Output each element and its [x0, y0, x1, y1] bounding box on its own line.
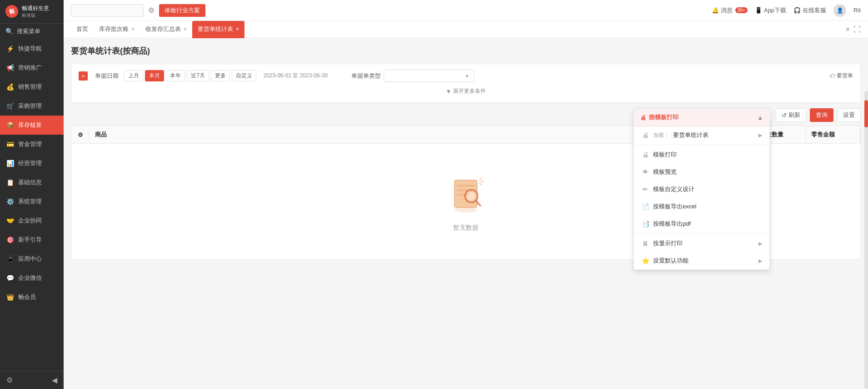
- topbar-gear-icon[interactable]: ⚙: [148, 6, 155, 15]
- query-btn[interactable]: 查询: [810, 108, 833, 122]
- tabs-bar: 首页库存批次账×收发存汇总表×要货单统计表× × ⛶: [64, 21, 868, 38]
- logo-icon: 畅: [5, 5, 18, 18]
- sidebar-item-purchase[interactable]: 🛒采购管理: [0, 96, 64, 116]
- sidebar-item-guide[interactable]: 🎯新手引导: [0, 230, 64, 249]
- filter-select-area: 单据单类型 ▼: [351, 70, 474, 82]
- tab-close-all-icon[interactable]: ×: [846, 25, 850, 34]
- expand-more-btn[interactable]: ▼ 展开更多条件: [441, 86, 490, 97]
- col-settings[interactable]: ⚙: [71, 127, 90, 143]
- date-btn-自定义[interactable]: 自定义: [232, 70, 256, 81]
- svg-line-9: [479, 178, 482, 180]
- dropdown-item-set-default[interactable]: ⭐ 设置默认功能 ▶: [634, 252, 769, 269]
- collapse-icon[interactable]: ◀: [52, 376, 57, 384]
- sidebar-item-coop[interactable]: 🤝企业协同: [0, 211, 64, 230]
- nav-label: 采购管理: [18, 102, 42, 110]
- nav-label: 企业协同: [18, 217, 42, 225]
- refresh-btn[interactable]: ↺ 刷新: [776, 108, 806, 122]
- dropdown-chevron-up[interactable]: ▲: [757, 114, 763, 121]
- dropdown-item-template-pdf[interactable]: 📑 按模板导出pdf: [634, 215, 769, 232]
- tab-close-icon[interactable]: ×: [184, 26, 187, 32]
- nav-label: 资金管理: [18, 140, 42, 148]
- avatar[interactable]: 👤: [833, 4, 846, 17]
- pdf-icon: 📑: [641, 220, 649, 227]
- right-scrollbar[interactable]: [864, 91, 868, 389]
- messages-badge: 99+: [735, 7, 748, 13]
- filter-date-buttons: 上月本月本年近7天更多自定义: [124, 70, 256, 81]
- sidebar-bottom: ⚙ ◀: [0, 371, 64, 389]
- basic-icon: 📋: [5, 178, 15, 187]
- dropdown-item-display-print[interactable]: 🖥 按显示打印 ▶: [634, 235, 769, 252]
- filter-date-label: 单据日期: [95, 72, 119, 80]
- nav-label: 库存核算: [18, 121, 42, 129]
- sidebar-item-appstore[interactable]: 📱应用中心: [0, 249, 64, 268]
- appstore-icon: 📱: [5, 254, 15, 263]
- sidebar-search[interactable]: 🔍 搜索菜单: [0, 24, 64, 39]
- dropdown-item-template-custom[interactable]: ✏ 模板自定义设计: [634, 181, 769, 198]
- printer-icon-dropdown: 🖨: [640, 114, 646, 121]
- bell-icon: 🔔: [712, 7, 719, 14]
- date-btn-更多[interactable]: 更多: [211, 70, 230, 81]
- operation-icon: 📊: [5, 159, 15, 168]
- sidebar-item-operation[interactable]: 📊经营管理: [0, 154, 64, 173]
- finance-icon: 💳: [5, 140, 15, 149]
- empty-text: 暂无数据: [453, 224, 479, 232]
- topbar-left: ⚙ 体验行业方案: [71, 4, 205, 17]
- phone-icon: 📱: [755, 7, 762, 14]
- settings-icon[interactable]: ⚙: [6, 376, 13, 384]
- tab-expand-icon[interactable]: ⛶: [853, 25, 861, 34]
- nav-label: 系统管理: [18, 197, 42, 206]
- sidebar-item-inventory[interactable]: 📦库存核算: [0, 116, 64, 135]
- topbar-search-input[interactable]: [71, 4, 144, 17]
- date-btn-本月[interactable]: 本月: [145, 70, 164, 81]
- sidebar-item-basic[interactable]: 📋基础信息: [0, 173, 64, 192]
- sidebar-item-wechat[interactable]: 💬企业微信: [0, 268, 64, 288]
- tab-close-icon[interactable]: ×: [236, 26, 239, 32]
- tab-collection-summary[interactable]: 收发存汇总表×: [140, 21, 192, 38]
- default-icon: ⭐: [641, 257, 649, 264]
- tab-inventory-batch[interactable]: 库存批次账×: [94, 21, 140, 38]
- scrollbar-thumb[interactable]: [864, 100, 868, 127]
- date-btn-上月[interactable]: 上月: [124, 70, 143, 81]
- sidebar-item-finance[interactable]: 💳资金管理: [0, 135, 64, 154]
- sidebar-item-marketing[interactable]: 📢营销推广: [0, 58, 64, 77]
- content-area: 要货单统计表(按商品) » 单据日期 上月本月本年近7天更多自定义 2023-0…: [64, 38, 868, 389]
- dropdown-item-template-preview[interactable]: 👁 模板预览: [634, 163, 769, 181]
- date-btn-本年[interactable]: 本年: [166, 70, 185, 81]
- tab-label: 收发存汇总表: [145, 25, 181, 33]
- sidebar-item-vip[interactable]: 👑畅会员: [0, 288, 64, 307]
- tab-home[interactable]: 首页: [71, 21, 94, 38]
- sidebar-nav: ⚡快捷导航📢营销推广💰销售管理🛒采购管理📦库存核算💳资金管理📊经营管理📋基础信息…: [0, 39, 64, 371]
- nav-label: 应用中心: [18, 255, 42, 263]
- settings-btn[interactable]: 设置: [837, 108, 861, 122]
- sidebar-item-sales[interactable]: 💰销售管理: [0, 77, 64, 96]
- trial-button[interactable]: 体验行业方案: [159, 4, 205, 17]
- headset-icon: 🎧: [793, 7, 801, 14]
- date-btn-近7天[interactable]: 近7天: [187, 70, 209, 81]
- messages-item[interactable]: 🔔 消息 99+: [712, 6, 748, 15]
- tab-order-stats[interactable]: 要货单统计表×: [192, 21, 244, 38]
- tag-icon: 🏷: [829, 73, 835, 79]
- dropdown-current[interactable]: 🖨 当前： 要货单统计表 ▶: [634, 126, 769, 144]
- dropdown-title: 按模板打印: [649, 113, 678, 121]
- item-label: 按显示打印: [653, 239, 755, 248]
- dropdown-item-template-excel[interactable]: 📄 按模板导出excel: [634, 198, 769, 215]
- app-download-item[interactable]: 📱 App下载: [755, 6, 786, 15]
- dropdown-item-template-print[interactable]: 🖨 模板打印: [634, 146, 769, 163]
- nav-label: 企业微信: [18, 274, 42, 282]
- tab-close-icon[interactable]: ×: [131, 26, 135, 32]
- template-dropdown: 🖨 按模板打印 ▲ 🖨 当前： 要货单统计表 ▶ 🖨 模板打印: [634, 108, 770, 270]
- user-name: Rit: [853, 7, 861, 14]
- svg-point-0: [454, 207, 477, 212]
- sidebar-item-quick-nav[interactable]: ⚡快捷导航: [0, 39, 64, 58]
- app-name: 畅通好生意: [22, 5, 49, 12]
- purchase-icon: 🛒: [5, 101, 15, 111]
- type-select[interactable]: ▼: [384, 70, 474, 82]
- online-service-item[interactable]: 🎧 在线客服: [793, 6, 826, 15]
- filter-row: » 单据日期 上月本月本年近7天更多自定义 2023-06-01 至 2023-…: [79, 70, 853, 82]
- design-icon: ✏: [641, 186, 649, 193]
- filter-expand-icon[interactable]: »: [79, 71, 88, 81]
- tab-label: 首页: [76, 25, 88, 33]
- system-icon: ⚙️: [5, 197, 15, 206]
- sidebar-item-system[interactable]: ⚙️系统管理: [0, 192, 64, 211]
- date-range: 2023-06-01 至 2023-06-30: [264, 72, 328, 80]
